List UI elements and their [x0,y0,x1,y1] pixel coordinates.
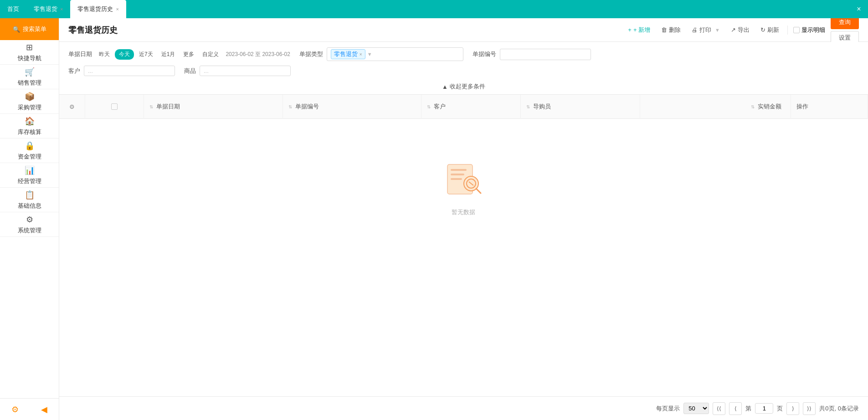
column-settings-button[interactable]: ⚙ [65,99,79,114]
sidebar-item-basic-info[interactable]: 📋 基础信息 [0,188,59,212]
date-btn-custom[interactable]: 自定义 [199,49,222,60]
bill-type-tag-text: 零售退货 [334,50,358,58]
display-detail-wrap: 显示明细 [793,26,825,34]
collapse-sidebar-icon[interactable]: ◀ [41,405,47,415]
page-header: 零售退货历史 + + 新增 🗑 删除 🖨 打印 ▼ ↗ 导出 [59,18,868,42]
new-button[interactable]: + + 新增 [625,24,653,36]
inventory-icon: 🏠 [25,116,35,126]
print-label: 打印 [699,26,711,34]
tab-retail-return-history-close[interactable]: × [116,6,118,12]
th-amount[interactable]: ⇅ 实销金额 [640,95,791,119]
filter-row-1: 单据日期 昨天 今天 近7天 近1月 更多 自定义 2023-06-02 至 2… [68,47,859,61]
customer-filter-item: 客户 ... [68,66,175,76]
sidebar-search-label: 搜索菜单 [23,25,46,33]
date-btn-yesterday[interactable]: 昨天 [96,49,113,60]
new-icon: + [628,26,632,33]
customer-input-wrap[interactable]: ... [84,66,175,76]
sidebar-item-ops-mgmt[interactable]: 📊 经营管理 [0,163,59,188]
goods-ellipsis: ... [204,67,209,74]
th-customer[interactable]: ⇅ 客户 [421,95,521,119]
page-number-input[interactable] [755,403,773,414]
th-bill-no[interactable]: ⇅ 单据编号 [282,95,421,119]
bill-type-tag: 零售退货 × [331,49,365,59]
first-page-button[interactable]: ⟨⟨ [713,402,725,415]
top-bar: 首页 零售退货 × 零售退货历史 × × [0,0,868,18]
sidebar-item-system-mgmt[interactable]: ⚙ 系统管理 [0,212,59,237]
per-page-select[interactable]: 50 100 200 [683,403,709,414]
sidebar-search[interactable]: 🔍 搜索菜单 [0,18,59,40]
prev-page-button[interactable]: ⟨ [729,402,742,415]
date-btn-1month[interactable]: 近1月 [158,49,179,60]
sidebar-item-inventory-calc[interactable]: 🏠 库存核算 [0,114,59,138]
goods-input-wrap[interactable]: ... [200,66,291,76]
search-icon: 🔍 [13,26,20,33]
collapse-more-btn[interactable]: ▲ 收起更多条件 [68,81,859,94]
display-detail-label: 显示明细 [801,26,825,34]
date-btn-more[interactable]: 更多 [180,49,197,60]
svg-rect-2 [451,174,464,175]
date-filter-item: 单据日期 昨天 今天 近7天 近1月 更多 自定义 2023-06-02 至 2… [68,49,290,60]
query-button[interactable]: 查询 [831,18,859,29]
bill-no-input[interactable] [500,49,591,60]
customer-label: 客户 [68,67,80,75]
th-guide[interactable]: ⇅ 导购员 [521,95,640,119]
sidebar-item-sales-mgmt[interactable]: 🛒 销售管理 [0,65,59,89]
th-action-label: 操作 [796,103,808,110]
date-filter-btns: 昨天 今天 近7天 近1月 更多 自定义 [96,49,222,60]
sidebar-item-finance-mgmt[interactable]: 🔒 资金管理 [0,138,59,163]
total-info: 共0页, 0条记录 [819,405,859,413]
system-icon: ⚙ [26,215,33,225]
sidebar-item-quick-nav[interactable]: ⊞ 快捷导航 [0,40,59,65]
delete-button[interactable]: 🗑 删除 [658,24,683,36]
sidebar-item-inventory-calc-label: 库存核算 [18,128,41,136]
page-suffix-label: 页 [777,405,783,413]
window-close-button[interactable]: × [850,0,868,18]
tab-retail-return[interactable]: 零售退货 × [26,0,70,18]
tab-home[interactable]: 首页 [0,0,26,18]
bill-type-wrap[interactable]: 零售退货 × ▼ [327,47,463,61]
filter-row-2: 客户 ... 商品 ... [68,66,859,76]
bill-type-dropdown-arrow: ▼ [367,51,372,57]
date-btn-7days[interactable]: 近7天 [136,49,156,60]
th-checkbox [85,95,144,119]
sidebar-item-purchase-mgmt[interactable]: 📦 采购管理 [0,89,59,114]
display-detail-checkbox[interactable] [793,27,800,33]
date-btn-today[interactable]: 今天 [115,49,134,60]
print-button[interactable]: 🖨 打印 ▼ [689,24,723,36]
next-page-button[interactable]: ⟩ [786,402,799,415]
toolbar-divider [787,26,788,35]
page-prefix-label: 第 [745,405,751,413]
tab-retail-return-close[interactable]: × [60,6,63,12]
bill-type-filter-item: 单据类型 零售退货 × ▼ [299,47,463,61]
select-all-checkbox[interactable] [111,103,118,110]
sort-bill-no-icon: ⇅ [288,104,293,109]
tab-retail-return-history-label: 零售退货历史 [77,5,113,13]
refresh-button[interactable]: ↻ 刷新 [758,24,782,36]
sidebar-bottom: ⚙ ◀ [0,398,59,420]
th-date[interactable]: ⇅ 单据日期 [144,95,282,119]
tab-home-label: 首页 [7,5,19,13]
th-bill-no-label: 单据编号 [295,103,319,110]
svg-rect-1 [451,169,467,171]
sidebar-item-system-mgmt-label: 系统管理 [18,226,41,235]
table-header: ⚙ ⇅ 单据日期 ⇅ 单据编号 [59,95,868,119]
sort-date-icon: ⇅ [149,104,154,109]
delete-icon: 🗑 [661,26,667,33]
th-settings: ⚙ [59,95,85,119]
export-button[interactable]: ↗ 导出 [728,24,752,36]
per-page-label: 每页显示 [656,405,680,413]
sort-guide-icon: ⇅ [526,104,531,109]
tab-retail-return-label: 零售退货 [34,5,57,13]
tab-retail-return-history[interactable]: 零售退货历史 × [70,0,126,18]
bill-type-tag-close[interactable]: × [360,52,362,57]
sidebar-item-basic-info-label: 基础信息 [18,202,41,210]
content-area: 零售退货历史 + + 新增 🗑 删除 🖨 打印 ▼ ↗ 导出 [59,18,868,420]
bill-type-label: 单据类型 [299,50,323,58]
settings-bottom-icon[interactable]: ⚙ [11,405,19,415]
data-table: ⚙ ⇅ 单据日期 ⇅ 单据编号 [59,95,868,253]
export-icon: ↗ [731,26,736,33]
th-date-label: 单据日期 [156,103,180,110]
delete-label: 删除 [669,26,681,34]
print-dropdown-arrow: ▼ [715,27,720,33]
last-page-button[interactable]: ⟩⟩ [803,402,816,415]
